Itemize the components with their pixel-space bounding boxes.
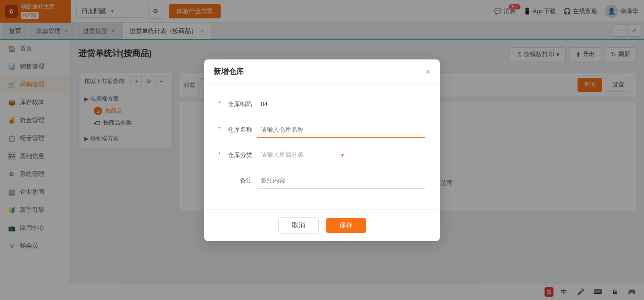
modal-footer: 取消 保存: [204, 209, 440, 241]
form-row-remark: 备注: [219, 173, 425, 189]
modal-title: 新增仓库: [214, 67, 244, 77]
remark-input[interactable]: [257, 173, 425, 189]
form-row-category: 仓库分类 请输入所属分类 ▾: [219, 147, 425, 163]
modal-close-button[interactable]: ×: [425, 67, 430, 76]
save-button[interactable]: 保存: [326, 218, 366, 233]
modal-body: 仓库编码 仓库名称 仓库分类 请输入所属分类 ▾: [204, 85, 440, 209]
category-label: 仓库分类: [219, 151, 257, 159]
remark-label: 备注: [219, 176, 257, 185]
name-input[interactable]: [257, 122, 425, 138]
modal-overlay[interactable]: 新增仓库 × 仓库编码 仓库名称 仓库分类: [0, 0, 644, 300]
category-select[interactable]: 请输入所属分类 ▾: [257, 147, 425, 163]
category-dropdown-icon: ▾: [341, 151, 421, 158]
code-label: 仓库编码: [219, 100, 257, 108]
cancel-button[interactable]: 取消: [278, 217, 319, 233]
add-warehouse-modal: 新增仓库 × 仓库编码 仓库名称 仓库分类: [204, 59, 440, 241]
name-label: 仓库名称: [219, 125, 257, 134]
form-row-name: 仓库名称: [219, 122, 425, 138]
code-input[interactable]: [257, 96, 425, 112]
modal-header: 新增仓库 ×: [204, 59, 440, 85]
form-row-code: 仓库编码: [219, 96, 425, 112]
